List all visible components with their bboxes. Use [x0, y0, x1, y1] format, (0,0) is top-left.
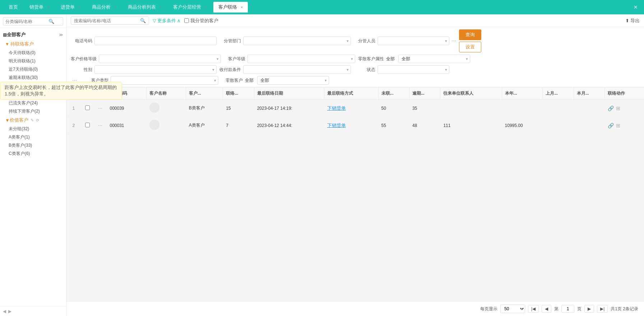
next-page-button[interactable]: ▶ [584, 305, 594, 313]
th-name: 客户名称 [146, 88, 186, 100]
sidebar-item-tomorrow[interactable]: 明天待联络(1) [0, 57, 66, 65]
sidebar-item-a-class[interactable]: A类客户(1) [0, 133, 66, 141]
gender-select[interactable] [94, 65, 217, 74]
my-customer-checkbox-area[interactable]: 我分管的客户 [184, 18, 218, 24]
sidebar-item-sliding[interactable]: 持续下滑客户(2) [0, 107, 66, 115]
prev-page-button[interactable]: ◀ [542, 305, 551, 313]
retail-customer-value: 全部 [245, 77, 254, 84]
tab-sales[interactable]: 销货单 × [24, 2, 54, 13]
sidebar-item-today[interactable]: 今天待联络(0) [0, 49, 66, 57]
person-select[interactable] [377, 37, 449, 45]
tab-customer-contact[interactable]: 客户联络 × [213, 2, 248, 13]
tab-home[interactable]: 首页 [4, 2, 23, 13]
row1-avatar [149, 103, 159, 113]
value-section[interactable]: ▼ 价值客户 ✎ ⟳ [0, 115, 66, 125]
row2-num: 2 [66, 117, 81, 134]
row1-settings[interactable]: ⋯ [94, 100, 107, 117]
pagination: 每页显示 50 100 |◀ ◀ 第 页 ▶ ▶| 共1页 2条记录 [66, 301, 644, 316]
customer-tier-select[interactable] [247, 55, 355, 63]
status-select[interactable] [377, 65, 449, 74]
retail-customer-label: 零散客户 [221, 77, 243, 84]
status-label: 状态 [354, 67, 375, 73]
customer-type-wrap [111, 76, 218, 85]
sidebar-item-7days[interactable]: 近7天待联络(0) [0, 65, 66, 74]
row2-grid-icon[interactable]: ⊞ [616, 123, 620, 128]
sidebar-left-arrow[interactable]: ◀ [3, 309, 6, 314]
tab-customer-tier[interactable]: 客户分层经营 × [168, 2, 212, 13]
first-page-button[interactable]: |◀ [528, 305, 539, 313]
close-sales-tab[interactable]: × [47, 5, 49, 9]
th-last-method: 最后联络方式 [324, 88, 378, 100]
filter-row-2: 客户价格等级 客户等级 [71, 55, 640, 63]
close-purchase-tab[interactable]: × [78, 5, 80, 9]
export-button[interactable]: ⬆ 导出 [625, 18, 640, 24]
last-page-button[interactable]: ▶| [597, 305, 608, 313]
close-customer-tier-tab[interactable]: × [205, 5, 207, 9]
tab-analysis-list[interactable]: 商品分析列表 × [123, 2, 167, 13]
retail-attr-select[interactable]: 全部 [398, 55, 470, 63]
query-button[interactable]: 查询 [459, 29, 481, 40]
per-page-select[interactable]: 50 100 [500, 305, 525, 313]
row2-last-month [543, 117, 574, 134]
price-tier-select[interactable] [99, 55, 221, 63]
window-close-button[interactable]: × [631, 4, 640, 11]
row1-grid-icon[interactable]: ⊞ [616, 105, 620, 111]
row1-method-link[interactable]: 下销货单 [327, 105, 346, 111]
sidebar-right-arrow[interactable]: ▶ [8, 309, 11, 314]
collapse-btn[interactable]: ≫ [59, 33, 63, 37]
sidebar-item-unclassified[interactable]: 未分组(32) [0, 125, 66, 133]
phone-label: 电话号码 [71, 38, 92, 44]
row1-last-method[interactable]: 下销货单 [324, 100, 378, 117]
sidebar-item-c-class[interactable]: C类客户(6) [0, 150, 66, 158]
search-input[interactable] [74, 18, 139, 23]
filter-customer-tier: 客户等级 [224, 55, 355, 63]
my-customer-checkbox[interactable] [184, 18, 189, 23]
sidebar-item-overdue[interactable]: 逾期未联络(30) [0, 74, 66, 82]
sidebar-item-already-lost[interactable]: 已流失客户(24) [0, 99, 66, 107]
close-analysis-tab[interactable]: × [114, 5, 116, 9]
th-last-date: 最后联络日期 [254, 88, 324, 100]
filter-row-4: ··· 客户类型 零散客户 全部 [71, 76, 640, 85]
retail-customer-select[interactable]: 全部 [257, 76, 329, 85]
row1-checkbox[interactable] [85, 105, 90, 110]
sidebar-item-b-class[interactable]: B类客户(33) [0, 141, 66, 150]
row2-link-icon[interactable]: 🔗 [608, 123, 614, 128]
sidebar: 🔍 ⊞ 全部客户 ≫ ▼ 待联络客户 今天待联络(0) 明天待联络(1) 近7天… [0, 14, 66, 316]
page-number-input[interactable] [561, 305, 574, 313]
row2-name [146, 117, 186, 134]
data-table: ⚙ 客户编码 客户名称 客户... 联络... 最后联络日期 最后联络方式 未联… [66, 88, 644, 134]
close-customer-contact-tab[interactable]: × [241, 5, 243, 9]
phone-input[interactable] [94, 37, 217, 45]
th-this-month: 本月... [574, 88, 604, 100]
more-filter-button[interactable]: ▽ 更多条件 ∧ [153, 18, 181, 24]
pending-section-title[interactable]: ▼ 待联络客户 [0, 39, 66, 49]
filter-phone: 电话号码 [71, 37, 217, 45]
sidebar-search-input[interactable] [5, 19, 48, 24]
row1-num: 1 [66, 100, 81, 117]
filter-price-tier: 客户价格等级 [71, 55, 221, 63]
row2-settings[interactable]: ⋯ [94, 117, 107, 134]
all-customers-header[interactable]: ⊞ 全部客户 ≫ [0, 30, 66, 39]
tab-purchase[interactable]: 进货单 × [56, 2, 85, 13]
edit-icon[interactable]: ✎ [31, 118, 34, 123]
retail-customer-wrap: 全部 [257, 76, 329, 85]
close-analysis-list-tab[interactable]: × [159, 5, 162, 9]
payment-select[interactable] [243, 65, 351, 74]
per-page-wrap: 50 100 [500, 305, 525, 313]
row2-unread: 55 [378, 117, 409, 134]
settings-button[interactable]: 设置 [459, 42, 481, 52]
person-dots[interactable]: ··· [451, 38, 456, 44]
row2-method-link[interactable]: 下销货单 [327, 123, 346, 128]
row2-last-method[interactable]: 下销货单 [324, 117, 378, 134]
tab-analysis[interactable]: 商品分析 × [87, 2, 121, 13]
page-total: 共1页 2条记录 [611, 306, 638, 312]
refresh-icon[interactable]: ⟳ [36, 118, 39, 123]
chevron-icon: ∧ [177, 18, 181, 23]
sidebar-bottom: ◀ ▶ [0, 306, 66, 316]
table-header-row: ⚙ 客户编码 客户名称 客户... 联络... 最后联络日期 最后联络方式 未联… [66, 88, 644, 100]
row2-checkbox[interactable] [85, 123, 90, 127]
customer-type-select[interactable] [111, 76, 218, 85]
row1-link-icon[interactable]: 🔗 [608, 105, 614, 111]
dept-select[interactable] [243, 37, 351, 45]
retail-attr-wrap: 全部 [398, 55, 470, 63]
